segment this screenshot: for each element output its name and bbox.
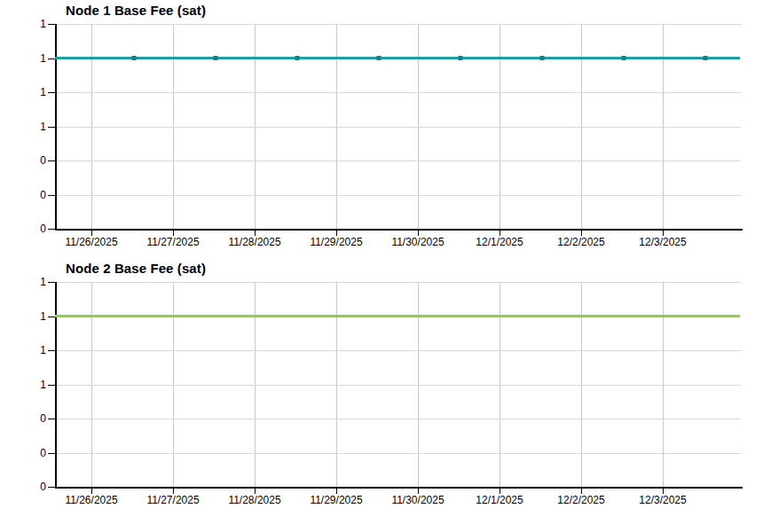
chart-node1-base-fee: Node 1 Base Fee (sat) 111100011/26/20251… xyxy=(0,0,763,257)
y-tick-label: 0 xyxy=(14,222,46,236)
y-tick-label: 1 xyxy=(14,378,46,392)
x-tick-label: 11/29/2025 xyxy=(295,493,377,507)
x-tick-label: 11/30/2025 xyxy=(377,235,459,249)
x-axis-line xyxy=(55,229,743,231)
x-axis-line xyxy=(55,487,743,489)
y-tick-mark xyxy=(48,59,55,59)
series-line-2 xyxy=(55,282,740,487)
y-tick-mark xyxy=(48,350,55,351)
plot-area[interactable]: 111100011/26/202511/27/202511/28/202511/… xyxy=(0,0,763,257)
x-tick-label: 11/26/2025 xyxy=(51,235,132,249)
data-point-marker xyxy=(622,56,626,60)
data-point-marker xyxy=(704,56,708,60)
y-tick-mark xyxy=(48,160,55,161)
chart-node2-base-fee: Node 2 Base Fee (sat) 111100011/26/20251… xyxy=(0,258,763,515)
y-tick-mark xyxy=(48,127,55,128)
x-tick-label: 11/27/2025 xyxy=(132,235,214,249)
x-tick-label: 12/3/2025 xyxy=(622,493,704,507)
y-tick-mark xyxy=(48,282,55,283)
y-tick-label: 0 xyxy=(14,480,46,494)
data-point-marker xyxy=(540,56,545,60)
y-tick-mark xyxy=(48,385,55,386)
y-tick-label: 0 xyxy=(14,446,46,460)
data-point-marker xyxy=(214,56,218,60)
x-tick-label: 11/28/2025 xyxy=(214,493,295,507)
y-tick-mark xyxy=(48,229,55,230)
y-tick-mark xyxy=(48,419,55,419)
y-tick-label: 0 xyxy=(14,411,46,426)
y-tick-mark xyxy=(48,453,55,454)
x-tick-label: 12/3/2025 xyxy=(622,235,704,249)
y-tick-label: 1 xyxy=(14,120,46,134)
x-tick-label: 11/27/2025 xyxy=(132,493,214,507)
y-tick-label: 1 xyxy=(14,309,46,324)
y-tick-mark xyxy=(48,24,55,25)
x-tick-label: 12/1/2025 xyxy=(459,493,540,507)
y-tick-label: 0 xyxy=(14,188,46,202)
y-tick-mark xyxy=(48,195,55,196)
x-tick-label: 12/2/2025 xyxy=(540,493,622,507)
y-tick-label: 1 xyxy=(14,275,46,289)
y-tick-mark xyxy=(48,317,55,317)
series-line-1 xyxy=(55,24,740,229)
y-tick-label: 1 xyxy=(14,343,46,357)
y-tick-mark xyxy=(48,487,55,488)
y-tick-label: 0 xyxy=(14,153,46,168)
y-tick-label: 1 xyxy=(14,85,46,99)
data-point-marker xyxy=(295,56,300,60)
y-tick-mark xyxy=(48,92,55,93)
data-point-marker xyxy=(459,56,463,60)
x-tick-label: 11/29/2025 xyxy=(295,235,377,249)
x-tick-label: 11/26/2025 xyxy=(51,493,132,507)
y-tick-label: 1 xyxy=(14,17,46,31)
x-tick-label: 11/30/2025 xyxy=(377,493,459,507)
data-point-marker xyxy=(132,56,137,60)
x-tick-label: 11/28/2025 xyxy=(214,235,295,249)
report-canvas: Node 1 Base Fee (sat) 111100011/26/20251… xyxy=(0,0,763,532)
y-tick-label: 1 xyxy=(14,51,46,66)
data-point-marker xyxy=(377,56,382,60)
plot-area[interactable]: 111100011/26/202511/27/202511/28/202511/… xyxy=(0,258,763,515)
x-tick-label: 12/1/2025 xyxy=(459,235,540,249)
x-tick-label: 12/2/2025 xyxy=(540,235,622,249)
